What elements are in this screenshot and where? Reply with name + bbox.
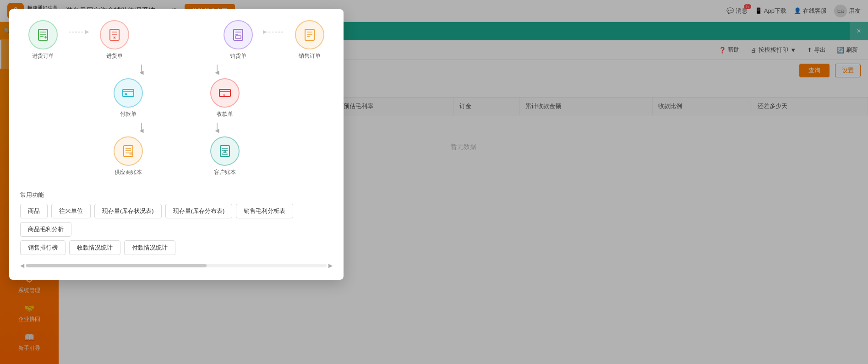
flow-node-receipt[interactable]: ¥ 收款单 <box>202 78 248 118</box>
scrollbar-track[interactable] <box>59 264 327 267</box>
svg-rect-19 <box>123 89 134 97</box>
arrow-down-4 <box>213 122 221 133</box>
sales-order-icon <box>302 27 317 42</box>
flow-col-purchase-bill: 进货单 <box>92 22 137 60</box>
arrow-down-2 <box>213 64 221 75</box>
purchase-bill-circle <box>100 22 129 49</box>
arrow-left-2 <box>263 28 285 36</box>
purchase-bill-icon <box>107 27 122 42</box>
func-btn-counterpart[interactable]: 往来单位 <box>59 204 91 218</box>
flow-node-sales-order[interactable]: 销售订单 <box>287 22 333 60</box>
flow-row-2 <box>59 64 333 75</box>
supplier-circle: 账 <box>114 136 143 166</box>
arrow-2 <box>261 28 287 44</box>
customer-circle <box>210 136 240 166</box>
arrow-down-purchase <box>138 64 145 75</box>
arrow-down-receipt <box>213 122 221 133</box>
flow-row-5: 账 供应商账本 <box>59 136 333 176</box>
sales-bill-label: 销货单 <box>230 52 246 60</box>
flow-col-purchase-order: 进货订单 <box>59 22 66 60</box>
svg-rect-5 <box>110 29 119 40</box>
flow-col-sales-bill: 销货单 <box>215 22 261 60</box>
customer-label: 客户账本 <box>214 168 236 176</box>
func-btn-stock-status[interactable]: 现存量(库存状况表) <box>94 204 162 218</box>
flow-node-payment[interactable]: 付款单 <box>105 78 151 118</box>
flow-node-purchase-bill[interactable]: 进货单 <box>92 22 137 60</box>
sales-order-label: 销售订单 <box>299 52 321 60</box>
arrow-down-sales <box>213 64 221 75</box>
flow-col-customer: 客户账本 <box>202 136 248 176</box>
common-title: 常用功能 <box>59 191 333 199</box>
flow-node-customer[interactable]: 客户账本 <box>202 136 248 176</box>
scrollbar-thumb <box>59 264 207 267</box>
func-btn-sales-rank[interactable]: 销售排行榜 <box>59 240 66 255</box>
flow-row-1: 进货订单 <box>59 22 333 60</box>
svg-rect-32 <box>220 146 229 157</box>
flow-col-sales-order: 销售订单 <box>287 22 333 60</box>
common-functions: 常用功能 商品 往来单位 现存量(库存状况表) 现存量(库存分布表) 销售毛利分… <box>59 191 333 255</box>
func-btn-goods-gross[interactable]: 商品毛利分析 <box>59 222 71 237</box>
flow-row-4 <box>59 122 333 133</box>
supplier-icon: 账 <box>121 144 136 158</box>
receipt-label: 收款单 <box>217 110 233 118</box>
flow-col-payment: 付款单 <box>105 78 151 118</box>
flow-node-purchase-order[interactable]: 进货订单 <box>59 22 66 60</box>
flow-row-3: 付款单 ¥ <box>59 78 333 118</box>
supplier-label: 供应商账本 <box>115 168 142 176</box>
arrow-down-payment <box>138 122 145 133</box>
flow-node-sales-bill[interactable]: 销货单 <box>215 22 261 60</box>
purchase-bill-label: 进货单 <box>106 52 123 60</box>
svg-point-35 <box>224 150 226 152</box>
func-btn-receipt-stat[interactable]: 收款情况统计 <box>69 240 120 255</box>
payment-label: 付款单 <box>120 110 136 118</box>
func-btn-sales-gross[interactable]: 销售毛利分析表 <box>236 204 293 218</box>
svg-text:账: 账 <box>129 152 133 156</box>
sales-order-circle <box>295 22 324 49</box>
modal-scrollbar: ◀ ▶ <box>59 262 333 269</box>
func-btn-payment-stat[interactable]: 付款情况统计 <box>124 240 175 255</box>
flow-col-supplier: 账 供应商账本 <box>105 136 151 176</box>
svg-rect-11 <box>235 36 241 38</box>
receipt-circle: ¥ <box>210 78 240 108</box>
content-area: 首页 销售订单执行表 × × ❓ 帮助 🖨 按模板打印 ▼ <box>59 22 868 364</box>
receipt-icon: ¥ <box>218 86 232 100</box>
modal-card: 进货订单 <box>59 22 344 280</box>
arrow-down-1 <box>138 64 145 75</box>
sales-bill-circle <box>224 22 253 49</box>
arrow-down-3 <box>138 122 145 133</box>
overlay: 进货订单 <box>59 22 868 364</box>
func-buttons-row2: 销售排行榜 收款情况统计 付款情况统计 <box>59 240 333 255</box>
customer-icon <box>218 144 232 158</box>
func-buttons-row1: 商品 往来单位 现存量(库存状况表) 现存量(库存分布表) 销售毛利分析表 商品… <box>59 204 333 237</box>
sales-bill-icon <box>231 27 246 42</box>
svg-text:¥: ¥ <box>223 93 225 97</box>
arrow-1 <box>66 28 92 44</box>
main-layout: 🔍 搜索菜单 🏠 快捷导航 📢 营销推广 🛒 销售管理 📦 采购管理 🗄 库存核… <box>0 22 868 364</box>
flow-diagram: 进货订单 <box>59 22 333 180</box>
flow-col-receipt: ¥ 收款单 <box>202 78 248 118</box>
svg-rect-13 <box>305 29 314 40</box>
svg-rect-21 <box>125 93 127 95</box>
func-btn-stock-dist[interactable]: 现存量(库存分布表) <box>165 204 233 218</box>
arrow-right-1 <box>68 28 90 36</box>
payment-circle <box>114 78 143 108</box>
scrollbar-right-arrow[interactable]: ▶ <box>328 262 333 269</box>
flow-node-supplier[interactable]: 账 供应商账本 <box>105 136 151 176</box>
payment-icon <box>121 86 136 100</box>
